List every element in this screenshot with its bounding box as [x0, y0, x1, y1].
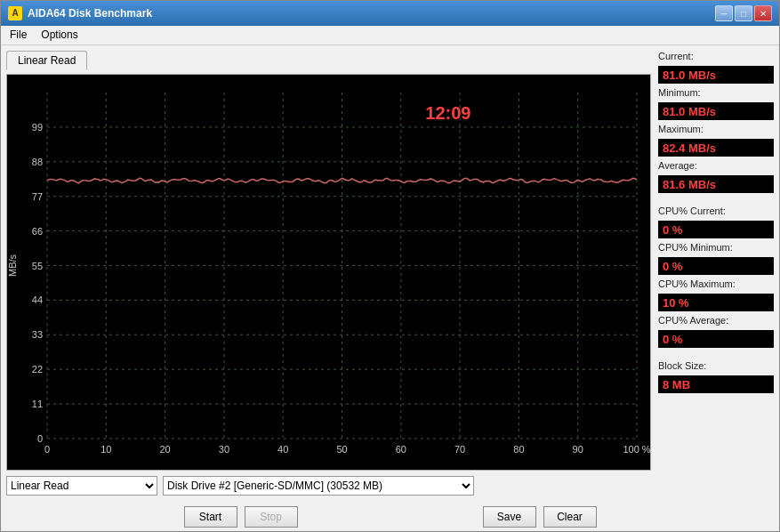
right-panel: Current: 81.0 MB/s Minimum: 81.0 MB/s Ma… — [658, 51, 774, 497]
maximum-label: Maximum: — [658, 124, 774, 134]
menu-options[interactable]: Options — [36, 28, 83, 43]
bottom-controls: Linear Read Disk Drive #2 [Generic-SD/MM… — [6, 474, 651, 497]
block-size-label: Block Size: — [658, 360, 774, 371]
maximum-value: 82.4 MB/s — [658, 139, 774, 157]
current-label: Current: — [658, 51, 774, 61]
save-button[interactable]: Save — [483, 506, 536, 528]
minimum-label: Minimum: — [658, 87, 774, 98]
chart-container — [6, 74, 651, 471]
start-button[interactable]: Start — [184, 506, 237, 528]
clear-button[interactable]: Clear — [543, 506, 597, 528]
cpu-average-label: CPU% Average: — [658, 315, 774, 326]
benchmark-chart — [7, 75, 650, 470]
block-size-value: 8 MB — [658, 375, 774, 393]
main-window: A AIDA64 Disk Benchmark ─ □ ✕ File Optio… — [0, 0, 780, 532]
cpu-minimum-label: CPU% Minimum: — [658, 242, 774, 253]
drive-select[interactable]: Disk Drive #2 [Generic-SD/MMC] (30532 MB… — [163, 476, 474, 496]
current-value: 81.0 MB/s — [658, 66, 774, 84]
cpu-average-value: 0 % — [658, 330, 774, 348]
average-value: 81.6 MB/s — [658, 175, 774, 193]
cpu-maximum-label: CPU% Maximum: — [658, 278, 774, 289]
menu-bar: File Options — [1, 26, 779, 45]
tab-bar: Linear Read — [6, 51, 651, 70]
main-content: Linear Read Linear Read Disk Drive #2 [G… — [1, 45, 779, 503]
bottom-buttons: Start Stop Save Clear — [1, 503, 779, 531]
minimum-value: 81.0 MB/s — [658, 102, 774, 120]
cpu-current-value: 0 % — [658, 221, 774, 238]
cpu-current-label: CPU% Current: — [658, 206, 774, 216]
left-panel: Linear Read Linear Read Disk Drive #2 [G… — [6, 51, 651, 497]
title-bar: A AIDA64 Disk Benchmark ─ □ ✕ — [1, 1, 779, 26]
menu-file[interactable]: File — [4, 28, 32, 43]
maximize-button[interactable]: □ — [735, 5, 752, 21]
tab-linear-read[interactable]: Linear Read — [6, 51, 87, 70]
cpu-minimum-value: 0 % — [658, 257, 774, 275]
mode-select[interactable]: Linear Read — [6, 476, 157, 496]
window-controls: ─ □ ✕ — [715, 5, 772, 21]
minimize-button[interactable]: ─ — [715, 5, 733, 21]
average-label: Average: — [658, 160, 774, 171]
close-button[interactable]: ✕ — [754, 5, 772, 21]
cpu-maximum-value: 10 % — [658, 294, 774, 311]
stop-button[interactable]: Stop — [245, 506, 298, 528]
app-icon: A — [8, 6, 22, 20]
window-title: AIDA64 Disk Benchmark — [28, 7, 152, 20]
